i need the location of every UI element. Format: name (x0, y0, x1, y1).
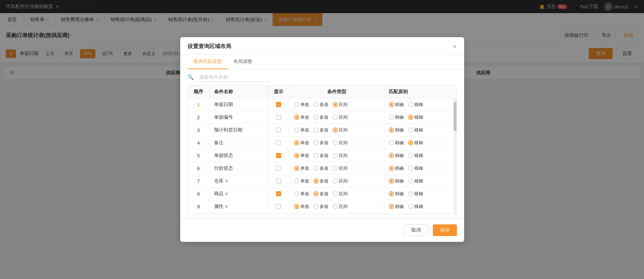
cancel-button[interactable]: 取消 (404, 224, 428, 236)
radio-exact-2[interactable]: 精确 (389, 114, 404, 121)
dialog-header: 设置查询区域布局 × (180, 37, 464, 55)
match-cell: 精确 模糊 (384, 99, 457, 111)
dialog-close-button[interactable]: × (453, 43, 457, 50)
tab-layout-adjust[interactable]: 布局调整 (228, 55, 258, 69)
type-cell: 单值 多值 区间 (290, 124, 384, 136)
col-type: 条件类型 (290, 86, 384, 98)
radio-multi-8[interactable]: 多值 (313, 191, 328, 197)
show-cell[interactable]: ✓ (268, 188, 290, 199)
radio-exact-8[interactable]: 精确 (389, 191, 404, 197)
radio-exact-3[interactable]: 精确 (389, 127, 404, 133)
table-row: 8 商品 ∨ ✓ 单值 多值 区间 精确 (188, 188, 457, 200)
show-cell[interactable] (268, 112, 290, 123)
dialog-tabs: 查询字段设置 布局调整 (180, 55, 464, 69)
show-cell[interactable] (268, 163, 290, 174)
order-cell: 3 (188, 125, 210, 136)
name-cell: 商品 ∨ (210, 188, 268, 200)
radio-fuzzy-5[interactable]: 模糊 (408, 153, 423, 159)
show-cell[interactable] (268, 201, 290, 212)
checkbox-4[interactable] (276, 140, 281, 145)
show-cell[interactable] (268, 137, 290, 148)
radio-multi-5[interactable]: 多值 (313, 153, 328, 159)
name-cell: 有无商品图片 (210, 213, 268, 215)
radio-multi-9[interactable]: 多值 (313, 204, 328, 210)
radio-multi-7[interactable]: 多值 (313, 178, 328, 184)
show-cell[interactable] (268, 125, 290, 135)
radio-single-8[interactable]: 单值 (294, 191, 309, 197)
checkbox-5[interactable]: ✓ (276, 153, 281, 158)
radio-single-1[interactable]: 单值 (294, 102, 309, 108)
radio-fuzzy-6[interactable]: 模糊 (408, 165, 423, 172)
radio-exact-1[interactable]: 精确 (389, 102, 404, 108)
radio-range-5[interactable]: 区间 (333, 153, 348, 159)
radio-exact-6[interactable]: 精确 (389, 165, 404, 172)
radio-single-6[interactable]: 单值 (294, 165, 309, 172)
radio-fuzzy-2[interactable]: 模糊 (408, 114, 423, 121)
show-cell[interactable] (268, 176, 290, 186)
radio-single-9[interactable]: 单值 (294, 204, 309, 210)
type-cell: 单值 多值 区间 (290, 162, 384, 174)
order-cell: 9 (188, 201, 210, 212)
table-body: 1 单据日期 ✓ 单值 多值 区间 精确 (187, 98, 457, 215)
radio-range-7[interactable]: 区间 (333, 178, 348, 184)
checkbox-6[interactable] (276, 166, 281, 171)
radio-range-1[interactable]: 区间 (333, 102, 348, 108)
radio-range-2[interactable]: 区间 (333, 114, 348, 121)
radio-fuzzy-8[interactable]: 模糊 (408, 191, 423, 197)
radio-range-8[interactable]: 区间 (333, 191, 348, 197)
scrollbar-thumb[interactable] (454, 102, 457, 131)
show-cell[interactable]: ✓ (268, 99, 290, 110)
checkbox-9[interactable] (276, 204, 281, 209)
order-cell: 1 (188, 99, 210, 110)
radio-exact-7[interactable]: 精确 (389, 178, 404, 184)
match-cell: 精确 模糊 (384, 201, 457, 213)
radio-multi-1[interactable]: 多值 (313, 102, 328, 108)
radio-exact-5[interactable]: 精确 (389, 153, 404, 159)
radio-fuzzy-9[interactable]: 模糊 (408, 204, 423, 210)
radio-multi-4[interactable]: 多值 (313, 140, 328, 146)
search-input[interactable] (197, 73, 269, 82)
radio-multi-2[interactable]: 多值 (313, 114, 328, 121)
radio-single-5[interactable]: 单值 (294, 153, 309, 159)
checkbox-2[interactable] (276, 115, 281, 120)
order-cell: 5 (188, 150, 210, 161)
name-cell: 备注 (210, 137, 268, 149)
radio-range-3[interactable]: 区间 (333, 127, 348, 133)
save-button[interactable]: 保存 (433, 224, 457, 236)
name-cell: 预计到货日期 (210, 124, 268, 136)
radio-range-4[interactable]: 区间 (333, 140, 348, 146)
radio-single-4[interactable]: 单值 (294, 140, 309, 146)
radio-range-9[interactable]: 区间 (333, 204, 348, 210)
type-cell: 单值 多值 区间 (290, 150, 384, 162)
dialog-title: 设置查询区域布局 (187, 43, 231, 50)
search-box: 🔍 (180, 69, 464, 85)
radio-fuzzy-7[interactable]: 模糊 (408, 178, 423, 184)
radio-exact-4[interactable]: 精确 (389, 140, 404, 146)
show-cell[interactable] (268, 214, 290, 215)
tab-query-fields[interactable]: 查询字段设置 (187, 55, 228, 69)
radio-single-3[interactable]: 单值 (294, 127, 309, 133)
radio-fuzzy-1[interactable]: 模糊 (408, 102, 423, 108)
match-cell: 精确 模糊 (384, 150, 457, 162)
modal-overlay: 设置查询区域布局 × 查询字段设置 布局调整 🔍 顺序 条件名称 显示 条件类型 (0, 0, 644, 279)
radio-single-7[interactable]: 单值 (294, 178, 309, 184)
radio-fuzzy-3[interactable]: 模糊 (408, 127, 423, 133)
checkbox-7[interactable] (276, 178, 281, 184)
radio-range-6[interactable]: 区间 (333, 165, 348, 172)
checkbox-3[interactable] (276, 127, 281, 133)
table-row: 2 单据编号 单值 多值 区间 精确 (188, 111, 457, 124)
checkbox-1[interactable]: ✓ (276, 102, 281, 107)
order-cell: 6 (188, 163, 210, 174)
radio-exact-9[interactable]: 精确 (389, 204, 404, 210)
order-cell: 10 (188, 214, 210, 215)
checkbox-8[interactable]: ✓ (276, 191, 281, 196)
radio-fuzzy-4[interactable]: 模糊 (408, 140, 423, 146)
show-cell[interactable]: ✓ (268, 150, 290, 161)
order-cell: 2 (188, 112, 210, 123)
radio-single-2[interactable]: 单值 (294, 114, 309, 121)
type-cell: 单值 多值 区间 (290, 111, 384, 123)
radio-multi-6[interactable]: 多值 (313, 165, 328, 172)
type-cell: 单值 多值 区间 (290, 213, 384, 215)
radio-multi-3[interactable]: 多值 (313, 127, 328, 133)
scrollbar[interactable] (454, 98, 457, 214)
